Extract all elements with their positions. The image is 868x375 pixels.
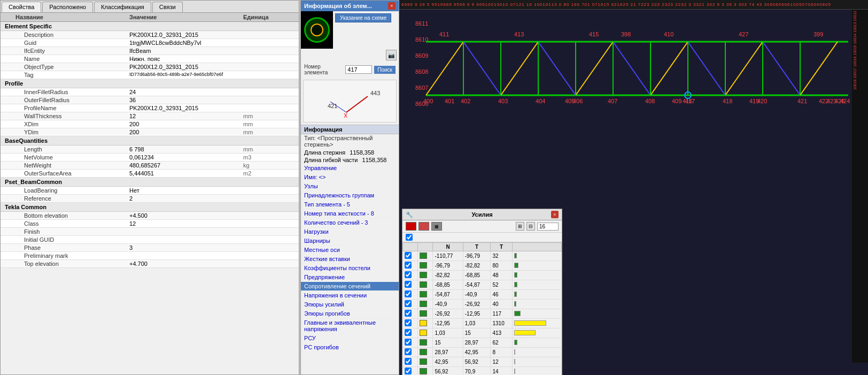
row-check[interactable] bbox=[403, 367, 418, 376]
row-check[interactable] bbox=[403, 251, 418, 261]
row-v2: 56,92 bbox=[463, 357, 491, 367]
num-element-input[interactable] bbox=[345, 65, 372, 74]
link-force-diagrams[interactable]: Эпюры усилий bbox=[301, 300, 399, 309]
schema-button[interactable]: Указание на схеме bbox=[335, 13, 391, 22]
svg-line-19 bbox=[426, 42, 463, 95]
row-v2: -12,95 bbox=[463, 309, 491, 319]
search-button[interactable]: Поиск bbox=[374, 66, 396, 74]
prop-ydim: YDim200mm bbox=[1, 128, 299, 136]
link-rigidity[interactable]: Номер типа жесткости - 8 bbox=[301, 209, 399, 218]
link-bedding[interactable]: Коэффициенты постели bbox=[301, 264, 399, 273]
element-info-panel: Информация об элем... × Указание на схем… bbox=[300, 0, 399, 375]
svg-line-22 bbox=[538, 42, 576, 95]
row-check[interactable] bbox=[403, 357, 418, 367]
row-color bbox=[417, 328, 433, 338]
row-check[interactable] bbox=[403, 261, 418, 271]
tab-location[interactable]: Расположено bbox=[42, 2, 93, 12]
tab-properties[interactable]: Свойства bbox=[2, 2, 41, 12]
forces-table-row: -26,92-12,95117 bbox=[403, 309, 562, 319]
link-local-axes[interactable]: Местные оси bbox=[301, 246, 399, 255]
color-btn-red[interactable] bbox=[406, 222, 416, 231]
row-v2: -26,92 bbox=[463, 300, 491, 309]
link-principal-stresses[interactable]: Главные и эквивалентные напряжения bbox=[301, 318, 399, 334]
row-v3: 1310 bbox=[491, 319, 512, 328]
expand-icon[interactable]: ⊞ bbox=[516, 222, 524, 231]
link-section-resistance[interactable]: Сопротивление сечений bbox=[301, 282, 399, 291]
svg-text:403: 403 bbox=[498, 98, 508, 104]
right-ruler-numbers: 10018 10017 10016 10015 10014 10013 1001… bbox=[852, 10, 868, 91]
table-header: Название Значение Единица bbox=[1, 13, 299, 22]
camera-icon[interactable]: 📷 bbox=[386, 50, 397, 60]
forces-table-row: 1,0315413 bbox=[403, 328, 562, 338]
link-loads[interactable]: Нагрузки bbox=[301, 227, 399, 236]
collapse-icon[interactable]: ⊟ bbox=[526, 222, 535, 231]
row-v2: 1,03 bbox=[463, 319, 491, 328]
prop-class: Class12 bbox=[1, 220, 299, 228]
link-nodes[interactable]: Узлы bbox=[301, 182, 399, 191]
row-v3: 52 bbox=[491, 280, 512, 290]
row-v1: -12,95 bbox=[433, 319, 463, 328]
svg-text:402: 402 bbox=[461, 98, 470, 104]
forces-num-dropdown[interactable] bbox=[537, 223, 559, 231]
link-section-stress[interactable]: Напряжения в сечении bbox=[301, 291, 399, 300]
group-tekla-common: Tekla Common bbox=[1, 203, 299, 212]
link-name[interactable]: Имя: <> bbox=[301, 173, 399, 182]
row-check[interactable] bbox=[403, 348, 418, 357]
svg-text:407: 407 bbox=[608, 98, 617, 104]
element-info-close-button[interactable]: × bbox=[388, 2, 396, 10]
link-management[interactable]: Управление bbox=[301, 164, 399, 173]
col-name-header: Название bbox=[15, 14, 129, 20]
row-bar bbox=[512, 367, 561, 376]
col-t2: T bbox=[491, 243, 512, 251]
svg-text:421: 421 bbox=[797, 98, 807, 104]
color-btn-dark-red[interactable] bbox=[418, 222, 429, 231]
truss-svg: 8611 8610 8609 8608 8607 8606 10018 1001… bbox=[415, 10, 868, 117]
link-deflection-diagrams[interactable]: Эпюры прогибов bbox=[301, 309, 399, 318]
row-color bbox=[417, 271, 433, 280]
row-check[interactable] bbox=[403, 309, 418, 319]
row-check[interactable] bbox=[403, 300, 418, 309]
element-canvas: 443 421 X bbox=[303, 80, 397, 123]
svg-text:8609: 8609 bbox=[415, 52, 428, 59]
svg-text:398: 398 bbox=[621, 31, 631, 37]
properties-body[interactable]: Element Specific DescriptionPK200X12.0_3… bbox=[1, 22, 299, 374]
row-v1: 15 bbox=[433, 338, 463, 348]
row-check[interactable] bbox=[403, 290, 418, 300]
link-hinges[interactable]: Шарниры bbox=[301, 236, 399, 246]
row-v2: -68,85 bbox=[463, 271, 491, 280]
row-check[interactable] bbox=[403, 338, 418, 348]
prop-objecttype: ObjectTypePK200X12.0_32931_2015 bbox=[1, 63, 299, 71]
row-v1: -96,79 bbox=[433, 261, 463, 271]
row-v3: 80 bbox=[491, 261, 512, 271]
row-v1: 1,03 bbox=[433, 328, 463, 338]
link-group[interactable]: Принадлежность группам bbox=[301, 191, 399, 200]
link-rsu[interactable]: РСУ bbox=[301, 334, 399, 343]
forces-close-button[interactable]: × bbox=[551, 211, 559, 218]
forces-table-container[interactable]: N T T -110,77-96,7932-96,79-82,8280-82,8… bbox=[402, 242, 562, 375]
prop-reference: Reference2 bbox=[1, 195, 299, 203]
row-check[interactable] bbox=[403, 280, 418, 290]
forces-checkbox[interactable] bbox=[406, 234, 413, 241]
link-rs-deflections[interactable]: РС прогибов bbox=[301, 343, 399, 352]
tab-classification[interactable]: Классификация bbox=[94, 2, 151, 12]
row-v3: 117 bbox=[491, 309, 512, 319]
link-prestress[interactable]: Предпряжение bbox=[301, 273, 399, 282]
num-dropdown-container bbox=[537, 223, 559, 231]
grid-btn[interactable]: ▦ bbox=[431, 222, 442, 231]
row-check[interactable] bbox=[403, 328, 418, 338]
link-sections[interactable]: Количество сечений - 3 bbox=[301, 218, 399, 227]
svg-text:411: 411 bbox=[439, 31, 449, 37]
svg-text:8607: 8607 bbox=[415, 85, 428, 91]
prop-xdim: XDim200mm bbox=[1, 120, 299, 128]
row-bar bbox=[512, 290, 561, 300]
row-color bbox=[417, 367, 433, 376]
svg-line-23 bbox=[576, 42, 613, 95]
prop-wallthickness: WallThickness12mm bbox=[1, 112, 299, 120]
row-check[interactable] bbox=[403, 319, 418, 328]
row-v1: -68,85 bbox=[433, 280, 463, 290]
link-rigid-inserts[interactable]: Жесткие вставки bbox=[301, 255, 399, 264]
svg-text:420: 420 bbox=[757, 98, 767, 104]
row-check[interactable] bbox=[403, 271, 418, 280]
tab-links[interactable]: Связи bbox=[152, 2, 183, 12]
link-element-type[interactable]: Тип элемента - 5 bbox=[301, 200, 399, 209]
